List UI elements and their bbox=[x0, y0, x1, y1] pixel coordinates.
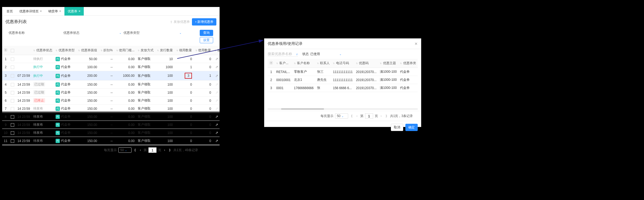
tab-优惠券详情页[interactable]: 优惠券详情页✕ bbox=[16, 7, 45, 16]
col-header[interactable]: ⇅ 操作 bbox=[213, 46, 220, 55]
table-row[interactable]: 2执行中代代金券100.00--0.00客户领取100010⇗▦ bbox=[2, 63, 220, 71]
col-header[interactable]: ⇅ 使用门槛... bbox=[114, 46, 136, 55]
next-page-button[interactable]: › bbox=[163, 148, 166, 152]
sort-icon[interactable]: ⇅ bbox=[116, 49, 118, 52]
row-checkbox[interactable] bbox=[11, 74, 14, 78]
row-checkbox[interactable] bbox=[11, 99, 14, 103]
row-subject: 满1000-100 bbox=[378, 68, 398, 76]
close-icon[interactable]: ✕ bbox=[59, 7, 61, 16]
confirm-button[interactable]: 确定 bbox=[405, 124, 418, 131]
gear-icon[interactable] bbox=[2, 46, 9, 55]
row-checkbox[interactable] bbox=[11, 107, 14, 111]
col-header[interactable]: ⇅ 电话号码 bbox=[331, 59, 354, 68]
add-coupon-button[interactable]: + 新增优惠券 bbox=[192, 18, 216, 26]
row-checkbox[interactable] bbox=[11, 115, 14, 119]
share-icon[interactable]: ⇗ bbox=[215, 74, 218, 78]
table-row[interactable]: 914 23:59待发布代代金券150.00--0.00客户领取10000⇗▦ bbox=[2, 121, 220, 129]
col-header[interactable]: ⇅ 发放方式 bbox=[136, 46, 155, 55]
col-header[interactable]: ⇅ 发行数量 bbox=[155, 46, 174, 55]
sort-icon[interactable]: ⇅ bbox=[56, 49, 58, 52]
row-type: 代代金券 bbox=[54, 97, 76, 105]
sort-icon[interactable]: ⇅ bbox=[33, 49, 35, 52]
col-header[interactable]: ⇅ 折扣% bbox=[99, 46, 114, 55]
share-icon[interactable]: ⇗ bbox=[215, 57, 218, 61]
sort-icon[interactable]: ⇅ bbox=[317, 62, 319, 65]
filter-name-input[interactable] bbox=[26, 30, 61, 36]
col-header[interactable]: ⇅ 使用数量 bbox=[194, 46, 213, 55]
search-icon[interactable]: ⌕ bbox=[296, 52, 298, 56]
cancel-button[interactable]: 取消 bbox=[391, 124, 403, 131]
sort-icon[interactable]: ⇅ bbox=[100, 49, 103, 52]
row-checkbox[interactable] bbox=[11, 66, 14, 69]
close-icon[interactable]: ✕ bbox=[78, 7, 81, 16]
query-button[interactable]: 查询 bbox=[200, 30, 213, 36]
prev-page-button[interactable]: ‹ bbox=[139, 148, 142, 152]
row-checkbox[interactable] bbox=[11, 91, 14, 94]
first-page-button[interactable]: ⟪ bbox=[350, 114, 354, 118]
page-input[interactable] bbox=[148, 147, 157, 153]
settings-button[interactable]: 设置 bbox=[200, 37, 213, 43]
col-header[interactable]: ⇅ 优惠券类型 bbox=[54, 46, 76, 55]
tab-销货单[interactable]: 销货单✕ bbox=[45, 7, 64, 16]
sort-icon[interactable]: ⇅ bbox=[276, 62, 278, 65]
col-header[interactable]: ⇅ 优惠券面值 bbox=[76, 46, 99, 55]
sort-icon[interactable]: ⇅ bbox=[294, 62, 296, 65]
col-header[interactable]: ⇅ 优惠券类 bbox=[398, 59, 418, 68]
sort-icon[interactable]: ⇅ bbox=[78, 49, 80, 52]
gear-icon[interactable] bbox=[268, 59, 275, 68]
search-input[interactable] bbox=[268, 52, 294, 56]
horizontal-scrollbar[interactable] bbox=[268, 108, 418, 110]
table-row[interactable]: 514 23:59已过期代代金券150.00--0.00客户领取10000⇗▦ bbox=[2, 89, 220, 97]
filter-type-select[interactable]: ⌄ bbox=[141, 30, 181, 36]
last-page-button[interactable]: ⟫ bbox=[384, 114, 388, 118]
select-all-checkbox[interactable] bbox=[11, 49, 14, 52]
col-header[interactable]: ⇅ 优惠主题 bbox=[378, 59, 398, 68]
table-row[interactable]: 1待执行代代金券50.00--0.00客户领取1000⇗▦ bbox=[2, 55, 220, 63]
sort-icon[interactable]: ⇅ bbox=[157, 49, 159, 52]
sort-icon[interactable]: ⇅ bbox=[138, 49, 140, 52]
row-checkbox[interactable] bbox=[11, 83, 14, 86]
sort-icon[interactable]: ⇅ bbox=[176, 49, 178, 52]
sort-icon[interactable]: ⇅ bbox=[356, 62, 358, 65]
table-row[interactable]: 614 23:59已终止代代金券150.00--0.00客户领取10000⇗▦ bbox=[2, 97, 220, 105]
scrollbar-thumb[interactable] bbox=[281, 108, 324, 110]
table-row[interactable]: 307 23:59执行中代代金券200.00--1000.00客户领取10031… bbox=[2, 71, 220, 81]
filter-status-select[interactable]: ⌄ bbox=[81, 30, 121, 36]
col-header[interactable]: ⇅ 优惠码 bbox=[354, 59, 378, 68]
sort-icon[interactable]: ⇅ bbox=[380, 62, 382, 65]
table-row[interactable]: 1114 23:59待发布代代金券150.00--0.00客户领取10000⇗▦ bbox=[2, 137, 220, 145]
tab-首页[interactable]: 首页 bbox=[3, 7, 16, 16]
col-header[interactable]: ⇅ 客户名称 bbox=[292, 59, 315, 68]
table-row[interactable]: 1RETAIL...零散客户张三111111111112019120370...… bbox=[268, 68, 418, 76]
per-page-select[interactable]: 50 ⌄ bbox=[335, 113, 348, 119]
row-checkbox[interactable] bbox=[11, 123, 14, 127]
state-filter[interactable]: 状态 已使用 ⌄ bbox=[302, 52, 341, 56]
last-page-button[interactable]: ⟫ bbox=[168, 148, 172, 152]
share-icon[interactable]: ⇗ bbox=[215, 65, 218, 69]
first-page-button[interactable]: ⟪ bbox=[133, 148, 137, 152]
tab-优惠券[interactable]: 优惠券✕ bbox=[64, 7, 84, 16]
row-checkbox[interactable] bbox=[11, 57, 14, 61]
close-icon[interactable]: ✕ bbox=[414, 42, 418, 46]
table-row[interactable]: 200010001北京1唐先生111111111112019120370...满… bbox=[268, 76, 418, 84]
page-input[interactable] bbox=[365, 113, 373, 119]
next-page-button[interactable]: › bbox=[380, 114, 383, 118]
sort-icon[interactable]: ⇅ bbox=[195, 49, 197, 52]
close-icon[interactable]: ✕ bbox=[40, 7, 42, 16]
col-header[interactable]: ⇅ 优惠券状态 bbox=[32, 46, 54, 55]
col-header[interactable]: ⇅ 客户... bbox=[275, 59, 292, 68]
sort-icon[interactable]: ⇅ bbox=[214, 49, 216, 52]
per-page-select[interactable]: 50 ⌄ bbox=[118, 147, 132, 153]
table-row[interactable]: 814 23:59待发布代代金券150.00--0.00客户领取10000⇗▦ bbox=[2, 113, 220, 121]
row-checkbox[interactable] bbox=[11, 139, 14, 143]
table-row[interactable]: 414 23:59已过期代代金券150.00--0.00客户领取10000⇗▦ bbox=[2, 81, 220, 89]
row-checkbox[interactable] bbox=[11, 131, 14, 135]
table-row[interactable]: 3000117666666666张156 6666 6...2019120370… bbox=[268, 84, 418, 92]
col-header[interactable]: ⇅ 领用数量 bbox=[174, 46, 194, 55]
table-row[interactable]: 1014 23:59待发布代代金券150.00--0.00客户领取10000⇗▦ bbox=[2, 129, 220, 137]
col-header[interactable]: ⇅ 联系人 bbox=[315, 59, 332, 68]
prev-page-button[interactable]: ‹ bbox=[355, 114, 359, 118]
sort-icon[interactable]: ⇅ bbox=[400, 62, 402, 65]
sort-icon[interactable]: ⇅ bbox=[333, 62, 335, 65]
table-row[interactable]: 714 23:59待发布代代金券150.00--0.00客户领取10000⇗▦ bbox=[2, 105, 220, 113]
